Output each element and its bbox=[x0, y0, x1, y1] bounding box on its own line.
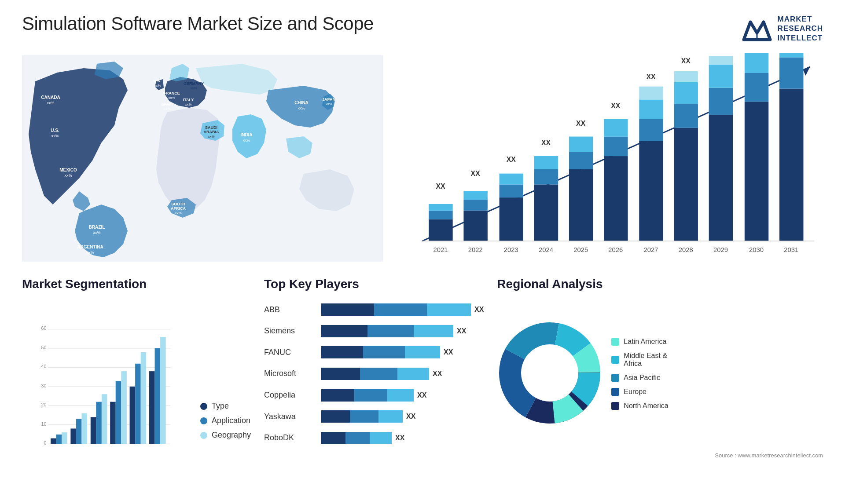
svg-rect-37 bbox=[429, 211, 452, 219]
seg-chart-area: 0 10 20 30 40 50 60 bbox=[22, 324, 191, 449]
svg-rect-80 bbox=[709, 65, 733, 88]
svg-rect-123 bbox=[116, 381, 121, 444]
svg-rect-84 bbox=[745, 102, 768, 241]
segmentation-section: Market Segmentation 0 10 20 30 40 50 60 bbox=[22, 277, 251, 462]
latin-america-label: Latin America bbox=[624, 338, 666, 346]
svg-rect-79 bbox=[709, 88, 733, 115]
latin-america-dot bbox=[611, 338, 619, 346]
svg-text:2026: 2026 bbox=[151, 446, 160, 447]
svg-text:BRAZIL: BRAZIL bbox=[89, 225, 105, 230]
svg-text:2025: 2025 bbox=[131, 446, 140, 447]
svg-text:2023: 2023 bbox=[93, 446, 102, 447]
legend-latin-america: Latin America bbox=[611, 338, 668, 346]
svg-rect-110 bbox=[51, 438, 56, 444]
bar-yaskawa: XX bbox=[321, 410, 484, 423]
svg-rect-90 bbox=[779, 57, 803, 88]
source-text: Source : www.marketresearchintellect.com bbox=[497, 452, 823, 459]
svg-rect-127 bbox=[135, 364, 141, 444]
svg-rect-66 bbox=[639, 141, 663, 241]
key-players-title: Top Key Players bbox=[264, 277, 484, 291]
svg-text:SPAIN: SPAIN bbox=[162, 102, 173, 106]
svg-rect-68 bbox=[639, 99, 663, 119]
svg-text:U.S.: U.S. bbox=[51, 128, 59, 133]
page-title: Simulation Software Market Size and Scop… bbox=[22, 13, 374, 34]
svg-text:FRANCE: FRANCE bbox=[163, 91, 180, 95]
svg-text:ITALY: ITALY bbox=[183, 98, 194, 102]
svg-rect-75 bbox=[674, 71, 698, 82]
svg-text:SOUTH: SOUTH bbox=[171, 202, 185, 206]
svg-rect-61 bbox=[604, 156, 628, 241]
svg-text:AFRICA: AFRICA bbox=[171, 206, 186, 211]
growth-bar-chart: XX 2021 XX 2022 XX 2023 bbox=[396, 53, 823, 264]
svg-text:2022: 2022 bbox=[468, 246, 483, 253]
svg-rect-120 bbox=[102, 394, 107, 444]
svg-rect-42 bbox=[463, 200, 487, 211]
legend-asia-pacific: Asia Pacific bbox=[611, 374, 668, 382]
svg-rect-115 bbox=[76, 419, 82, 444]
legend-application: Application bbox=[200, 416, 251, 425]
svg-rect-124 bbox=[121, 371, 127, 444]
svg-text:XX: XX bbox=[436, 183, 445, 190]
svg-rect-56 bbox=[569, 169, 593, 241]
svg-rect-119 bbox=[96, 402, 102, 444]
seg-chart-wrapper: 0 10 20 30 40 50 60 bbox=[22, 299, 251, 449]
donut-svg bbox=[497, 320, 603, 426]
svg-text:xx%: xx% bbox=[164, 107, 170, 111]
legend-type: Type bbox=[200, 402, 251, 411]
svg-rect-38 bbox=[429, 204, 452, 211]
svg-text:2026: 2026 bbox=[608, 246, 623, 253]
svg-text:U.K.: U.K. bbox=[154, 79, 162, 83]
page-container: Simulation Software Market Size and Scop… bbox=[0, 0, 845, 504]
svg-rect-111 bbox=[56, 435, 62, 444]
svg-text:2025: 2025 bbox=[573, 246, 588, 253]
svg-rect-122 bbox=[110, 402, 116, 444]
svg-rect-47 bbox=[500, 184, 523, 197]
player-abb: ABB bbox=[264, 305, 312, 314]
svg-rect-36 bbox=[429, 219, 452, 241]
svg-rect-58 bbox=[569, 137, 593, 152]
regional-legend: Latin America Middle East &Africa Asia P… bbox=[611, 338, 668, 410]
svg-rect-74 bbox=[674, 82, 698, 104]
north-america-dot bbox=[611, 402, 619, 410]
svg-rect-72 bbox=[674, 128, 698, 241]
svg-text:XX: XX bbox=[576, 120, 586, 127]
legend-geography: Geography bbox=[200, 431, 251, 440]
svg-rect-63 bbox=[604, 119, 628, 137]
svg-text:10: 10 bbox=[41, 421, 47, 427]
type-dot bbox=[200, 403, 207, 410]
segmentation-title: Market Segmentation bbox=[22, 277, 251, 291]
svg-rect-48 bbox=[500, 174, 523, 185]
mea-label: Middle East &Africa bbox=[624, 352, 667, 368]
svg-rect-86 bbox=[745, 53, 768, 73]
svg-text:2022: 2022 bbox=[74, 446, 83, 447]
svg-rect-41 bbox=[463, 211, 487, 241]
svg-text:xx%: xx% bbox=[298, 106, 305, 110]
svg-text:XX: XX bbox=[646, 73, 656, 80]
header: Simulation Software Market Size and Scop… bbox=[22, 13, 823, 44]
player-robobdk: RoboDK bbox=[264, 433, 312, 442]
svg-text:2024: 2024 bbox=[111, 446, 121, 447]
svg-text:CANADA: CANADA bbox=[41, 95, 60, 100]
svg-rect-112 bbox=[62, 432, 67, 444]
svg-rect-43 bbox=[463, 191, 487, 200]
north-america-label: North America bbox=[624, 402, 668, 410]
legend-mea: Middle East &Africa bbox=[611, 352, 668, 368]
svg-text:XX: XX bbox=[541, 139, 551, 146]
logo: MARKET RESEARCH INTELLECT bbox=[742, 13, 823, 44]
svg-rect-67 bbox=[639, 119, 663, 141]
svg-text:xx%: xx% bbox=[185, 102, 191, 106]
svg-text:0: 0 bbox=[44, 440, 46, 446]
svg-text:40: 40 bbox=[41, 364, 47, 369]
svg-text:ARABIA: ARABIA bbox=[204, 130, 219, 134]
player-fanuc: FANUC bbox=[264, 348, 312, 357]
map-section: CANADA xx% U.S. xx% MEXICO xx% BRAZIL xx… bbox=[22, 53, 383, 264]
svg-rect-57 bbox=[569, 152, 593, 169]
svg-rect-78 bbox=[709, 115, 733, 241]
svg-text:XX: XX bbox=[471, 170, 481, 177]
europe-dot bbox=[611, 388, 619, 396]
svg-rect-116 bbox=[82, 413, 88, 444]
regional-title: Regional Analysis bbox=[497, 277, 823, 291]
svg-text:JAPAN: JAPAN bbox=[322, 97, 335, 102]
svg-text:30: 30 bbox=[41, 383, 47, 388]
key-players-section: Top Key Players ABB Siemens FANUC Micros… bbox=[264, 277, 484, 462]
